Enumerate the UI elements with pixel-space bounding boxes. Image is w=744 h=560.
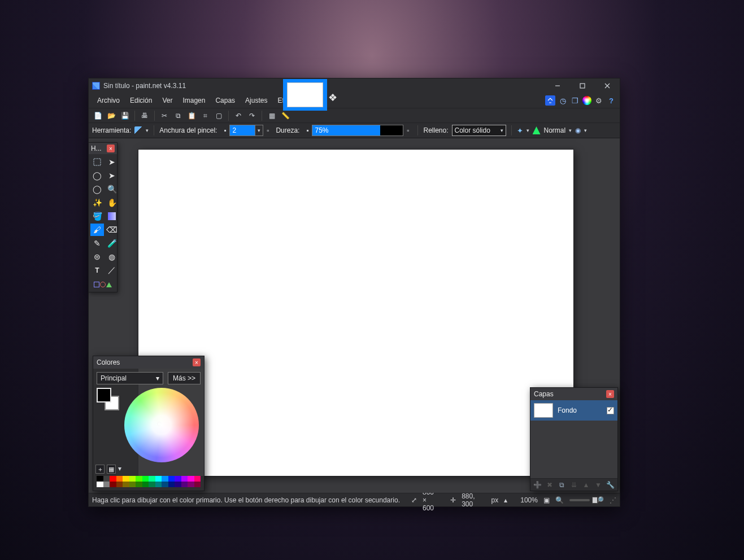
- tool-color-picker[interactable]: 🧪: [105, 237, 119, 250]
- palette-swatch[interactable]: [188, 476, 194, 482]
- tool-move-pixels[interactable]: ➤: [105, 169, 119, 182]
- tool-zoom[interactable]: 🔍: [105, 183, 119, 195]
- layers-panel[interactable]: Capas × Fondo ➕ ✖ ⧉ ⇊ ▲ ▼ 🔧: [530, 387, 618, 491]
- undo-icon[interactable]: ↶: [233, 110, 244, 121]
- tool-magic-wand[interactable]: ✨: [90, 196, 104, 209]
- toggle-layers-icon[interactable]: ❐: [570, 95, 580, 106]
- palette-swatch[interactable]: [168, 482, 175, 487]
- palette[interactable]: [97, 476, 201, 487]
- palette-swatch[interactable]: [110, 476, 116, 482]
- palette-swatch[interactable]: [103, 476, 110, 482]
- brush-width-dropdown[interactable]: ▾: [255, 125, 263, 136]
- palette-swatch[interactable]: [162, 482, 168, 487]
- palette-menu-dropdown[interactable]: ▾: [118, 465, 121, 474]
- tool-paintbrush[interactable]: 🖌: [90, 224, 104, 236]
- palette-swatch[interactable]: [155, 482, 162, 487]
- palette-swatch[interactable]: [194, 476, 201, 482]
- move-up-icon[interactable]: ▲: [581, 480, 591, 490]
- tool-paint-bucket[interactable]: 🪣: [90, 210, 104, 222]
- palette-swatch[interactable]: [116, 476, 123, 482]
- brush-width-increment[interactable]: ▫: [263, 125, 272, 136]
- primary-color-swatch[interactable]: [97, 388, 111, 403]
- hardness-slider[interactable]: 75%: [312, 125, 403, 136]
- toggle-colors-icon[interactable]: [582, 96, 591, 105]
- deselect-icon[interactable]: ▢: [213, 110, 224, 121]
- current-tool-icon[interactable]: [134, 126, 142, 134]
- zoom-out-icon[interactable]: 🔍: [555, 496, 564, 504]
- palette-swatch[interactable]: [181, 476, 188, 482]
- tools-panel[interactable]: H... × ➤ ◯ ➤ ◯ 🔍 ✨ ✋ 🪣 🖌 ⌫ ✎ 🧪 ⊜ ◍ T ／: [88, 142, 118, 292]
- maximize-button[interactable]: [570, 78, 595, 93]
- palette-menu-icon[interactable]: ▦: [107, 465, 116, 474]
- color-wheel[interactable]: [124, 388, 199, 462]
- menu-imagen[interactable]: Imagen: [177, 95, 210, 106]
- primary-secondary-swatch[interactable]: [97, 388, 119, 410]
- layers-panel-close-icon[interactable]: ×: [606, 390, 614, 398]
- palette-swatch[interactable]: [142, 476, 149, 482]
- menu-edicion[interactable]: Edición: [125, 95, 157, 106]
- tool-eraser[interactable]: ⌫: [105, 224, 119, 236]
- tool-pan[interactable]: ✋: [105, 196, 119, 209]
- palette-swatch[interactable]: [175, 476, 181, 482]
- palette-swatch[interactable]: [136, 476, 142, 482]
- tool-shapes[interactable]: [90, 279, 115, 290]
- tool-clone-stamp[interactable]: ⊜: [90, 251, 104, 263]
- layer-properties-icon[interactable]: 🔧: [606, 480, 615, 490]
- palette-swatch[interactable]: [116, 482, 123, 487]
- toggle-tools-icon[interactable]: [545, 95, 555, 106]
- menu-capas[interactable]: Capas: [210, 95, 240, 106]
- settings-icon[interactable]: ⚙: [594, 95, 604, 106]
- palette-swatch[interactable]: [142, 482, 149, 487]
- overwrite-mode-icon[interactable]: ◉: [575, 126, 581, 134]
- document-tab[interactable]: ❖: [283, 79, 327, 111]
- layer-row[interactable]: Fondo: [530, 400, 617, 421]
- antialias-icon[interactable]: ✦: [517, 126, 523, 135]
- save-file-icon[interactable]: 💾: [119, 110, 130, 121]
- palette-swatch[interactable]: [97, 476, 103, 482]
- tool-move-selection[interactable]: ➤: [105, 156, 119, 168]
- tool-lasso[interactable]: ◯: [90, 169, 104, 182]
- toggle-ruler-icon[interactable]: 📏: [280, 110, 291, 121]
- toggle-grid-icon[interactable]: ▦: [266, 110, 277, 121]
- redo-icon[interactable]: ↷: [246, 110, 258, 121]
- copy-icon[interactable]: ⧉: [172, 110, 184, 121]
- resize-grip-icon[interactable]: ⋰: [610, 496, 616, 504]
- palette-swatch[interactable]: [162, 476, 168, 482]
- palette-swatch[interactable]: [149, 482, 155, 487]
- new-document-tab-icon[interactable]: ❖: [328, 93, 337, 103]
- palette-swatch[interactable]: [123, 476, 129, 482]
- add-swatch-icon[interactable]: ＋: [95, 465, 105, 474]
- tool-ellipse-select[interactable]: ◯: [90, 183, 104, 195]
- color-wheel-cursor[interactable]: [157, 422, 162, 426]
- move-down-icon[interactable]: ▼: [593, 480, 603, 490]
- toggle-history-icon[interactable]: ◷: [558, 95, 568, 106]
- menu-archivo[interactable]: Archivo: [92, 95, 125, 106]
- colors-panel-close-icon[interactable]: ×: [193, 358, 201, 366]
- palette-swatch[interactable]: [136, 482, 142, 487]
- palette-swatch[interactable]: [123, 482, 129, 487]
- palette-swatch[interactable]: [110, 482, 116, 487]
- palette-swatch[interactable]: [97, 482, 103, 487]
- merge-down-icon[interactable]: ⇊: [569, 480, 578, 490]
- palette-swatch[interactable]: [168, 476, 175, 482]
- print-icon[interactable]: 🖶: [139, 110, 150, 121]
- help-icon[interactable]: ?: [606, 95, 616, 106]
- hardness-decrement[interactable]: ▪: [303, 125, 312, 136]
- blend-mode-value[interactable]: Normal: [544, 126, 566, 134]
- tool-line[interactable]: ／: [105, 264, 119, 277]
- palette-swatch[interactable]: [194, 482, 201, 487]
- delete-layer-icon[interactable]: ✖: [545, 480, 554, 490]
- brush-width-decrement[interactable]: ▪: [220, 125, 229, 136]
- paste-icon[interactable]: 📋: [186, 110, 197, 121]
- tool-text[interactable]: T: [90, 264, 104, 277]
- fit-window-icon[interactable]: ▣: [543, 496, 550, 504]
- palette-swatch[interactable]: [155, 476, 162, 482]
- layer-visible-checkbox[interactable]: [607, 407, 614, 414]
- zoom-slider[interactable]: [569, 499, 590, 501]
- hardness-increment[interactable]: ▫: [403, 125, 412, 136]
- minimize-button[interactable]: [545, 78, 570, 93]
- palette-swatch[interactable]: [103, 482, 110, 487]
- titlebar[interactable]: Sin título - paint.net v4.3.11: [89, 78, 620, 93]
- palette-swatch[interactable]: [129, 482, 136, 487]
- tool-recolor[interactable]: ◍: [105, 251, 119, 263]
